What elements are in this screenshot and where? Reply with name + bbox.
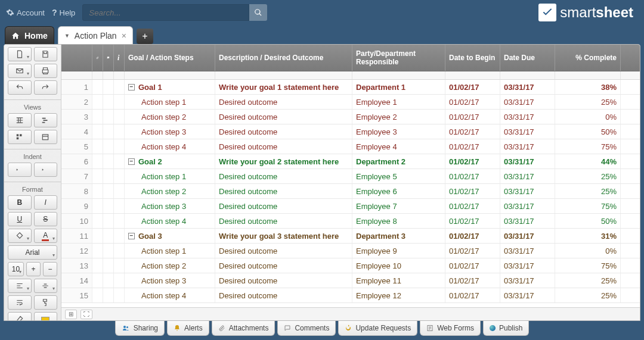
redo-button[interactable] xyxy=(34,80,58,95)
desc-cell[interactable]: Desired outcome xyxy=(215,95,352,109)
home-tab[interactable]: Home xyxy=(5,26,54,44)
format-painter-button[interactable] xyxy=(34,295,58,310)
row-number[interactable]: 9 xyxy=(61,199,92,213)
begin-cell[interactable]: 01/02/17 xyxy=(445,273,500,288)
desc-cell[interactable]: Desired outcome xyxy=(215,214,352,228)
pct-cell[interactable]: 44% xyxy=(555,154,621,169)
table-row[interactable]: 5Action step 4Desired outcomeEmployee 40… xyxy=(61,139,640,154)
clear-format-button[interactable] xyxy=(8,312,32,321)
pct-cell[interactable]: 25% xyxy=(555,184,621,198)
info-col[interactable]: i xyxy=(114,45,125,71)
info-cell[interactable] xyxy=(114,258,125,273)
table-row[interactable]: 9Action step 3Desired outcomeEmployee 70… xyxy=(61,199,640,214)
sharing-tab[interactable]: Sharing xyxy=(115,321,165,336)
table-row[interactable]: 7Action step 1Desired outcomeEmployee 50… xyxy=(61,169,640,184)
row-number[interactable]: 7 xyxy=(61,169,92,183)
size-down-button[interactable]: − xyxy=(43,262,57,276)
table-row[interactable]: 1−Goal 1Write your goal 1 statement here… xyxy=(61,80,640,95)
begin-cell[interactable]: 01/02/17 xyxy=(445,199,500,213)
row-number[interactable]: 4 xyxy=(61,124,92,139)
discuss-cell[interactable] xyxy=(103,110,114,124)
begin-cell[interactable]: 01/02/17 xyxy=(445,229,500,243)
goal-cell[interactable]: Action step 1 xyxy=(125,169,215,183)
pct-cell[interactable]: 25% xyxy=(555,288,621,302)
discuss-cell[interactable] xyxy=(103,80,114,94)
due-cell[interactable]: 03/31/17 xyxy=(500,110,555,124)
goal-cell[interactable]: Action step 3 xyxy=(125,124,215,139)
row-number[interactable]: 10 xyxy=(61,214,92,228)
v-align-button[interactable] xyxy=(34,279,58,293)
attachments-tab[interactable]: Attachments xyxy=(212,321,275,336)
info-cell[interactable] xyxy=(114,229,125,243)
table-row[interactable]: 14Action step 3Desired outcomeEmployee 1… xyxy=(61,273,640,288)
goal-cell[interactable]: Action step 1 xyxy=(125,95,215,109)
size-select[interactable]: 10 xyxy=(8,262,24,276)
pct-cell[interactable]: 31% xyxy=(555,229,621,243)
goal-cell[interactable]: Action step 2 xyxy=(125,184,215,198)
italic-button[interactable]: I xyxy=(34,195,58,210)
party-cell[interactable]: Employee 7 xyxy=(352,199,445,213)
forms-tab[interactable]: Web Forms xyxy=(420,321,481,336)
bold-button[interactable]: B xyxy=(8,195,32,210)
party-cell[interactable]: Employee 12 xyxy=(352,288,445,302)
chevron-down-icon[interactable]: ▼ xyxy=(64,33,70,39)
due-cell[interactable]: 03/31/17 xyxy=(500,124,555,139)
begin-cell[interactable]: 01/02/17 xyxy=(445,154,500,169)
outdent-button[interactable] xyxy=(8,163,32,177)
begin-cell[interactable]: 01/02/17 xyxy=(445,258,500,273)
goal-cell[interactable]: −Goal 1 xyxy=(125,80,215,94)
due-cell[interactable]: 03/31/17 xyxy=(500,199,555,213)
expand-button[interactable]: ⛶ xyxy=(80,310,92,319)
pct-cell[interactable]: 75% xyxy=(555,258,621,273)
pct-cell[interactable]: 25% xyxy=(555,169,621,183)
card-view-button[interactable] xyxy=(8,130,32,144)
corner-cell[interactable] xyxy=(61,45,92,71)
goal-cell[interactable]: Action step 1 xyxy=(125,244,215,258)
undo-button[interactable] xyxy=(8,80,32,95)
discuss-cell[interactable] xyxy=(103,214,114,228)
desc-cell[interactable]: Desired outcome xyxy=(215,110,352,124)
attach-col[interactable] xyxy=(92,45,103,71)
desc-cell[interactable]: Desired outcome xyxy=(215,199,352,213)
row-number[interactable]: 13 xyxy=(61,258,92,273)
goal-cell[interactable]: Action step 4 xyxy=(125,139,215,154)
begin-cell[interactable]: 01/02/17 xyxy=(445,95,500,109)
pct-cell[interactable]: 25% xyxy=(555,273,621,288)
underline-button[interactable]: U xyxy=(8,212,32,226)
info-cell[interactable] xyxy=(114,110,125,124)
attach-cell[interactable] xyxy=(92,154,103,169)
attach-cell[interactable] xyxy=(92,229,103,243)
mail-button[interactable] xyxy=(8,64,32,78)
due-cell[interactable]: 03/31/17 xyxy=(500,273,555,288)
help-link[interactable]: ? Help xyxy=(52,8,75,17)
attach-cell[interactable] xyxy=(92,184,103,198)
table-row[interactable]: 4Action step 3Desired outcomeEmployee 30… xyxy=(61,124,640,139)
row-number[interactable]: 12 xyxy=(61,244,92,258)
party-cell[interactable]: Employee 10 xyxy=(352,258,445,273)
highlight-button[interactable] xyxy=(34,312,58,321)
party-cell[interactable]: Employee 9 xyxy=(352,244,445,258)
sheet-tab[interactable]: ▼ Action Plan × xyxy=(58,26,133,44)
desc-cell[interactable]: Desired outcome xyxy=(215,273,352,288)
table-row[interactable]: 3Action step 2Desired outcomeEmployee 20… xyxy=(61,110,640,124)
account-link[interactable]: Account xyxy=(6,8,45,17)
attach-cell[interactable] xyxy=(92,124,103,139)
due-cell[interactable]: 03/31/17 xyxy=(500,154,555,169)
info-cell[interactable] xyxy=(114,244,125,258)
begin-cell[interactable]: 01/02/17 xyxy=(445,139,500,154)
attach-cell[interactable] xyxy=(92,169,103,183)
begin-cell[interactable]: 01/02/17 xyxy=(445,214,500,228)
pct-cell[interactable]: 0% xyxy=(555,110,621,124)
discuss-cell[interactable] xyxy=(103,124,114,139)
attach-cell[interactable] xyxy=(92,199,103,213)
table-row[interactable]: 15Action step 4Desired outcomeEmployee 1… xyxy=(61,288,640,303)
table-row[interactable]: 6−Goal 2Write your goal 2 statement here… xyxy=(61,154,640,169)
goal-cell[interactable]: Action step 3 xyxy=(125,199,215,213)
info-cell[interactable] xyxy=(114,124,125,139)
info-cell[interactable] xyxy=(114,288,125,302)
collapse-toggle[interactable]: − xyxy=(128,84,135,91)
col-pct[interactable]: % Complete xyxy=(555,45,621,71)
font-select[interactable]: Arial xyxy=(8,245,57,260)
print-button[interactable] xyxy=(34,64,58,78)
grid-body[interactable]: 1−Goal 1Write your goal 1 statement here… xyxy=(61,80,640,307)
